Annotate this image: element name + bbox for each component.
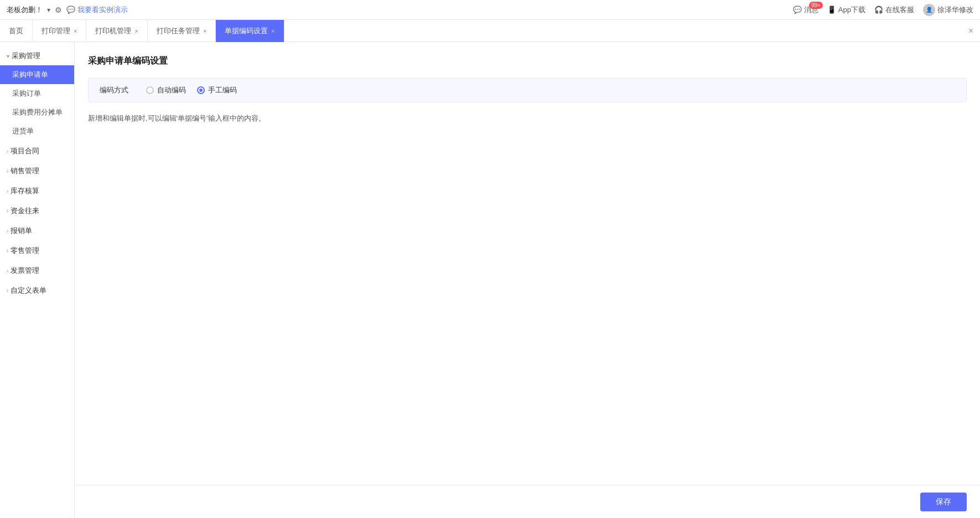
sidebar-group-sales: › 销售管理: [0, 162, 74, 180]
radio-manual-code[interactable]: 手工编码: [197, 85, 237, 95]
headset-icon: 🎧: [874, 6, 883, 14]
tab-single-code-close[interactable]: ×: [271, 28, 274, 34]
coding-method-row: 编码方式 自动编码 手工编码: [88, 78, 967, 102]
service-label: 在线客服: [885, 5, 914, 15]
returns-arrow-icon: ›: [7, 228, 8, 234]
user-menu[interactable]: 👤 徐泽华修改: [923, 4, 973, 16]
project-group-label: 项目合同: [11, 146, 39, 156]
page-footer: 保存: [75, 485, 980, 518]
invoice-arrow-icon: ›: [7, 268, 8, 274]
tab-print-mgmt-close[interactable]: ×: [74, 28, 77, 34]
tab-print-task[interactable]: 打印任务管理 ×: [148, 20, 216, 42]
message-icon: 💬: [793, 6, 802, 14]
message-button[interactable]: 💬 消息 99+: [793, 5, 818, 15]
app-download-label: App下载: [838, 5, 865, 15]
close-all-tabs-icon[interactable]: ×: [968, 26, 973, 36]
sidebar-item-purchase-request[interactable]: 采购申请单: [0, 65, 74, 84]
phone-icon: 📱: [827, 6, 836, 14]
tab-single-code-label: 单据编码设置: [225, 26, 268, 36]
tab-single-code[interactable]: 单据编码设置 ×: [216, 20, 284, 42]
page-content: 采购申请单编码设置 编码方式 自动编码 手工编码: [75, 42, 980, 485]
returns-group-label: 报销单: [11, 226, 32, 236]
tab-print-mgmt-label: 打印管理: [42, 26, 70, 36]
sidebar-group-capital: › 资金往来: [0, 201, 74, 220]
sidebar-group-invoice: › 发票管理: [0, 261, 74, 280]
tab-printer-mgmt-label: 打印机管理: [95, 26, 131, 36]
sidebar-group-sales-title[interactable]: › 销售管理: [0, 162, 74, 180]
arrow-down-icon[interactable]: ▾: [47, 6, 50, 14]
project-arrow-icon: ›: [7, 148, 8, 154]
retail-arrow-icon: ›: [7, 248, 8, 254]
sidebar-group-inventory-title[interactable]: › 库存核算: [0, 182, 74, 200]
avatar: 👤: [923, 4, 935, 16]
invoice-group-label: 发票管理: [11, 266, 39, 276]
sidebar-item-purchase-order[interactable]: 采购订单: [0, 84, 74, 103]
body-layout: ▾ 采购管理 采购申请单 采购订单 采购费用分摊单 进货单 › 项目合同: [0, 42, 980, 518]
sidebar-group-custom-forms: › 自定义表单: [0, 281, 74, 300]
tab-printer-mgmt-close[interactable]: ×: [134, 28, 138, 34]
top-bar: 老板勿删！ ▾ ⚙ 我要看实例演示 💬 消息 99+ 📱 App下载 🎧 在线客…: [0, 0, 980, 20]
tab-bar: 首页 打印管理 × 打印机管理 × 打印任务管理 × 单据编码设置 × ×: [0, 20, 980, 42]
tab-print-task-close[interactable]: ×: [203, 28, 206, 34]
top-bar-title: 老板勿删！: [7, 5, 43, 15]
sales-arrow-icon: ›: [7, 168, 8, 174]
inventory-arrow-icon: ›: [7, 188, 8, 194]
sales-group-label: 销售管理: [11, 166, 39, 176]
sidebar-group-retail: › 零售管理: [0, 241, 74, 260]
tab-home[interactable]: 首页: [0, 20, 33, 42]
save-button[interactable]: 保存: [920, 493, 967, 511]
radio-manual-circle: [197, 86, 205, 94]
sidebar-item-stock-in[interactable]: 进货单: [0, 122, 74, 141]
sidebar-group-purchase: ▾ 采购管理 采购申请单 采购订单 采购费用分摊单 进货单: [0, 46, 74, 141]
online-service-button[interactable]: 🎧 在线客服: [874, 5, 914, 15]
inventory-group-label: 库存核算: [11, 186, 39, 196]
coding-radio-group: 自动编码 手工编码: [146, 85, 237, 95]
tab-print-task-label: 打印任务管理: [157, 26, 200, 36]
radio-manual-label: 手工编码: [208, 85, 237, 95]
top-bar-right: 💬 消息 99+ 📱 App下载 🎧 在线客服 👤 徐泽华修改: [793, 4, 973, 16]
sidebar-item-purchase-request-label: 采购申请单: [12, 70, 48, 79]
top-bar-arrows[interactable]: ▾: [47, 6, 50, 14]
sidebar-item-purchase-expense[interactable]: 采购费用分摊单: [0, 103, 74, 122]
custom-forms-group-label: 自定义表单: [11, 286, 46, 296]
page-title: 采购申请单编码设置: [88, 55, 967, 67]
radio-auto-code[interactable]: 自动编码: [146, 85, 186, 95]
purchase-group-label: 采购管理: [12, 51, 40, 61]
sidebar-group-project-contract-title[interactable]: › 项目合同: [0, 142, 74, 160]
sidebar-group-capital-title[interactable]: › 资金往来: [0, 201, 74, 220]
hint-text: 新增和编辑单据时,可以编辑'单据编号'输入框中的内容。: [88, 113, 967, 123]
sidebar-group-custom-forms-title[interactable]: › 自定义表单: [0, 281, 74, 300]
retail-group-label: 零售管理: [11, 246, 39, 256]
app-download-button[interactable]: 📱 App下载: [827, 5, 865, 15]
sidebar-item-purchase-expense-label: 采购费用分摊单: [12, 108, 63, 116]
tab-print-mgmt[interactable]: 打印管理 ×: [33, 20, 86, 42]
sidebar-group-purchase-title[interactable]: ▾ 采购管理: [0, 46, 74, 65]
coding-method-label: 编码方式: [100, 85, 133, 95]
sidebar-group-retail-title[interactable]: › 零售管理: [0, 241, 74, 260]
tab-printer-mgmt[interactable]: 打印机管理 ×: [86, 20, 147, 42]
sidebar-item-purchase-order-label: 采购订单: [12, 89, 41, 97]
main-content: 采购申请单编码设置 编码方式 自动编码 手工编码: [75, 42, 980, 518]
gear-icon[interactable]: ⚙: [55, 6, 62, 14]
radio-auto-label: 自动编码: [157, 85, 186, 95]
demo-link-text: 我要看实例演示: [77, 5, 128, 15]
sidebar-item-stock-in-label: 进货单: [12, 127, 34, 135]
sidebar-group-invoice-title[interactable]: › 发票管理: [0, 261, 74, 280]
sidebar-group-returns-title[interactable]: › 报销单: [0, 221, 74, 240]
top-bar-left: 老板勿删！ ▾ ⚙ 我要看实例演示: [7, 5, 128, 15]
sidebar-group-project-contract: › 项目合同: [0, 142, 74, 160]
demo-link[interactable]: 我要看实例演示: [66, 5, 128, 15]
capital-arrow-icon: ›: [7, 208, 8, 214]
sidebar-group-inventory: › 库存核算: [0, 182, 74, 200]
sidebar-group-returns: › 报销单: [0, 221, 74, 240]
sidebar: ▾ 采购管理 采购申请单 采购订单 采购费用分摊单 进货单 › 项目合同: [0, 42, 75, 518]
tab-home-label: 首页: [9, 26, 23, 36]
purchase-arrow-icon: ▾: [7, 53, 9, 59]
radio-auto-circle: [146, 86, 154, 94]
custom-forms-arrow-icon: ›: [7, 288, 8, 294]
capital-group-label: 资金往来: [11, 206, 39, 216]
user-name: 徐泽华修改: [937, 5, 973, 15]
message-badge: 99+: [809, 2, 823, 9]
